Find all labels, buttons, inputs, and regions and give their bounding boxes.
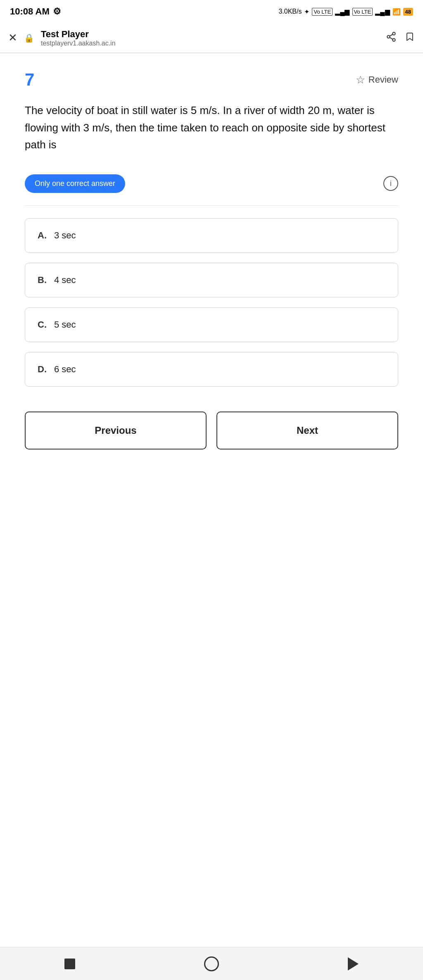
bluetooth-icon: ✦ bbox=[304, 8, 309, 16]
option-b[interactable]: B. 4 sec bbox=[25, 263, 398, 297]
android-back-button[interactable] bbox=[348, 957, 359, 970]
status-time: 10:08 AM bbox=[10, 6, 50, 17]
signal-icon: ▂▄▆ bbox=[335, 8, 349, 16]
option-b-text: 4 sec bbox=[54, 275, 76, 285]
lte-icon: Vo LTE bbox=[312, 8, 333, 16]
browser-close-icon[interactable]: ✕ bbox=[8, 31, 17, 44]
question-header: 7 ☆ Review bbox=[25, 70, 398, 90]
question-text: The velocity of boat in still water is 5… bbox=[25, 102, 398, 154]
bottom-nav-bar bbox=[0, 947, 423, 980]
back-icon bbox=[348, 957, 359, 970]
svg-line-4 bbox=[390, 34, 392, 36]
review-label: Review bbox=[368, 74, 398, 85]
status-right: 3.0KB/s ✦ Vo LTE ▂▄▆ Vo LTE ▂▄▆ 📶 48 bbox=[278, 8, 413, 16]
option-c-text: 5 sec bbox=[54, 319, 76, 330]
android-home-button[interactable] bbox=[204, 956, 219, 971]
square-icon bbox=[64, 959, 75, 969]
status-bar: 10:08 AM ⚙ 3.0KB/s ✦ Vo LTE ▂▄▆ Vo LTE ▂… bbox=[0, 0, 423, 23]
circle-icon bbox=[204, 956, 219, 971]
gear-icon: ⚙ bbox=[53, 6, 61, 17]
options-divider bbox=[25, 205, 398, 206]
browser-actions bbox=[386, 31, 415, 45]
info-icon-text: i bbox=[390, 179, 392, 188]
wifi-icon: 📶 bbox=[392, 8, 401, 16]
previous-button[interactable]: Previous bbox=[25, 412, 207, 450]
browser-title-block: Test Player testplayerv1.aakash.ac.in bbox=[41, 29, 379, 47]
review-button[interactable]: ☆ Review bbox=[356, 74, 398, 86]
answer-type-row: Only one correct answer i bbox=[25, 174, 398, 193]
answer-type-badge: Only one correct answer bbox=[25, 174, 125, 193]
option-a-label: A. bbox=[38, 230, 54, 241]
main-content: 7 ☆ Review The velocity of boat in still… bbox=[0, 53, 423, 491]
option-b-label: B. bbox=[38, 275, 54, 285]
battery-badge: 48 bbox=[403, 8, 413, 16]
lte-icon-2: Vo LTE bbox=[352, 8, 373, 16]
status-left: 10:08 AM ⚙ bbox=[10, 6, 61, 17]
option-d-label: D. bbox=[38, 364, 54, 375]
option-a-text: 3 sec bbox=[54, 230, 76, 241]
options-list: A. 3 sec B. 4 sec C. 5 sec D. 6 sec bbox=[25, 218, 398, 387]
svg-line-3 bbox=[390, 37, 392, 39]
next-button[interactable]: Next bbox=[216, 412, 398, 450]
info-icon[interactable]: i bbox=[383, 176, 398, 191]
browser-bar: ✕ 🔒 Test Player testplayerv1.aakash.ac.i… bbox=[0, 23, 423, 53]
option-d[interactable]: D. 6 sec bbox=[25, 352, 398, 387]
network-speed: 3.0KB/s bbox=[278, 8, 302, 15]
nav-buttons: Previous Next bbox=[25, 412, 398, 450]
android-square-button[interactable] bbox=[64, 959, 75, 969]
share-icon[interactable] bbox=[386, 31, 397, 45]
option-c-label: C. bbox=[38, 319, 54, 330]
browser-url: testplayerv1.aakash.ac.in bbox=[41, 40, 379, 47]
option-a[interactable]: A. 3 sec bbox=[25, 218, 398, 253]
option-d-text: 6 sec bbox=[54, 364, 76, 375]
bookmark-icon[interactable] bbox=[405, 31, 415, 45]
lock-icon: 🔒 bbox=[24, 33, 34, 43]
signal-icon-2: ▂▄▆ bbox=[375, 8, 390, 16]
option-c[interactable]: C. 5 sec bbox=[25, 307, 398, 342]
star-icon: ☆ bbox=[356, 74, 365, 86]
question-number: 7 bbox=[25, 70, 34, 90]
browser-title: Test Player bbox=[41, 29, 379, 40]
